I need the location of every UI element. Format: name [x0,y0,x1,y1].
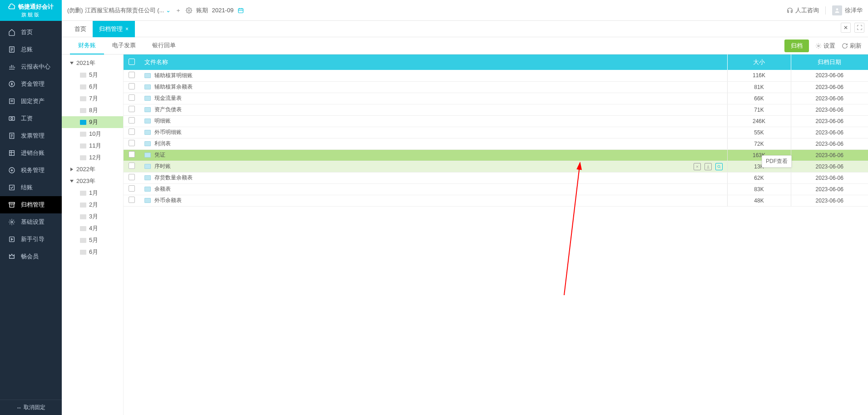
row-checkbox[interactable] [129,174,135,180]
download-pdf-icon[interactable] [704,163,712,170]
tree-month[interactable]: 6月 [62,81,123,93]
tree-month[interactable]: 7月 [62,93,123,104]
table-row[interactable]: 辅助核算余额表81K2023-06-06 [124,81,868,93]
file-name: 辅助核算余额表 [154,83,193,91]
org-selector[interactable]: (勿删) 江西服宝精品有限责任公司 (... ⌄ [67,6,171,15]
tree-month[interactable]: 10月 [62,128,123,140]
window-close-icon[interactable]: ✕ [841,23,851,33]
tree-month[interactable]: 6月 [62,246,123,258]
table-row[interactable]: 辅助核算明细账116K2023-06-06 [124,70,868,81]
file-size: 72K [727,138,791,149]
archive-date: 2023-06-06 [791,149,868,161]
tab-archive[interactable]: 归档管理 × [93,21,135,37]
tree-month-label: 1月 [89,189,98,197]
col-header-name: 文件名称 [140,54,727,70]
tree-year-label: 2021年 [76,59,95,67]
row-checkbox[interactable] [129,128,135,135]
human-service-button[interactable]: 人工咨询 [786,6,819,15]
ledger-icon [8,46,15,53]
user-menu[interactable]: 徐泽华 [832,5,863,15]
tree-month[interactable]: 5月 [62,234,123,246]
table-row[interactable]: 外币明细账55K2023-06-06 [124,127,868,138]
subtab-bank[interactable]: 银行回单 [144,37,184,54]
tree-month[interactable]: 2月 [62,199,123,211]
row-checkbox[interactable] [129,151,135,158]
sidebar-item-assets[interactable]: 固定资产 [0,93,62,110]
sidebar-item-report[interactable]: 云报表中心 [0,58,62,75]
sidebar-item-invoice[interactable]: 发票管理 [0,127,62,144]
tree-month[interactable]: 4月 [62,222,123,234]
pdf-view-tooltip-label: PDF查看 [766,158,788,164]
row-checkbox[interactable] [129,197,135,203]
row-checkbox[interactable] [129,72,135,78]
file-size: 81K [727,81,791,93]
table-row[interactable]: 明细账246K2023-06-06 [124,115,868,127]
row-checkbox[interactable] [129,117,135,124]
table-row[interactable]: 余额表83K2023-06-06 [124,183,868,195]
archive-button[interactable]: 归档 [784,40,809,52]
subtab-finance[interactable]: 财务账 [70,37,104,54]
col-header-date: 归档日期 [791,54,868,70]
table-row[interactable]: 现金流量表66K2023-06-06 [124,93,868,104]
tab-home[interactable]: 首页 [68,21,93,37]
folder-icon [80,120,86,125]
file-icon [144,84,151,89]
add-icon[interactable]: ＋ [174,7,182,14]
tree-month[interactable]: 3月 [62,211,123,222]
sidebar-item-salary[interactable]: 工资 [0,110,62,127]
gear-icon[interactable] [185,7,193,14]
sidebar-item-label: 首页 [21,28,33,36]
file-size: 48K [727,195,791,206]
sidebar-item-tax[interactable]: 税务管理 [0,162,62,179]
table-row[interactable]: 外币余额表48K2023-06-06 [124,195,868,206]
row-checkbox[interactable] [129,140,135,146]
period-value[interactable]: 2021-09 [212,7,233,14]
download-excel-icon[interactable] [694,163,701,170]
fullscreen-icon[interactable]: ⛶ [854,23,864,33]
tree-year[interactable]: 2021年 [62,57,123,69]
file-icon [144,198,151,203]
sidebar-item-inventory[interactable]: 进销台账 [0,144,62,162]
archive-date: 2023-06-06 [791,93,868,104]
tree-month[interactable]: 1月 [62,187,123,199]
table-row[interactable]: 利润表72K2023-06-06 [124,138,868,149]
close-icon[interactable]: × [125,26,129,32]
table-row[interactable]: 资产负债表71K2023-06-06 [124,104,868,115]
sidebar-item-ledger[interactable]: 总账 [0,41,62,58]
archive-date: 2023-06-06 [791,127,868,138]
subtab-einvoice[interactable]: 电子发票 [104,37,144,54]
tree-month[interactable]: 12月 [62,152,123,163]
sidebar-item-label: 云报表中心 [21,63,50,71]
tree-month[interactable]: 8月 [62,104,123,116]
sidebar-item-home[interactable]: 首页 [0,24,62,41]
unpin-button[interactable]: ↔ 取消固定 [0,400,62,415]
sidebar-item-close[interactable]: 结账 [0,179,62,196]
calendar-icon[interactable] [237,7,244,14]
sidebar-item-member[interactable]: 畅会员 [0,248,62,265]
file-size: 62K [727,172,791,183]
row-checkbox[interactable] [129,163,135,169]
file-name: 余额表 [154,185,171,193]
file-size: 246K [727,115,791,127]
sidebar-item-funds[interactable]: 资金管理 [0,75,62,93]
sidebar-item-guide[interactable]: 新手引导 [0,231,62,248]
tree-year[interactable]: 2023年 [62,175,123,187]
table-row[interactable]: 凭证163K2023-06-06 [124,149,868,161]
settings-link[interactable]: 设置 [815,42,835,50]
archive-date: 2023-06-06 [791,115,868,127]
table-row[interactable]: 序时账13K2023-06-06 [124,161,868,172]
select-all-checkbox[interactable] [129,59,135,65]
tree-month[interactable]: 11月 [62,140,123,152]
row-checkbox[interactable] [129,106,135,112]
sidebar-item-settings[interactable]: 基础设置 [0,213,62,231]
row-checkbox[interactable] [129,185,135,192]
row-checkbox[interactable] [129,83,135,89]
sidebar-item-archive[interactable]: 归档管理 [0,196,62,213]
refresh-link[interactable]: 刷新 [842,42,862,50]
table-row[interactable]: 存货数量余额表62K2023-06-06 [124,172,868,183]
tree-month[interactable]: 9月 [62,116,123,128]
row-checkbox[interactable] [129,94,135,101]
pdf-view-icon[interactable] [715,163,723,170]
tree-year[interactable]: 2022年 [62,163,123,175]
tree-month[interactable]: 5月 [62,69,123,81]
